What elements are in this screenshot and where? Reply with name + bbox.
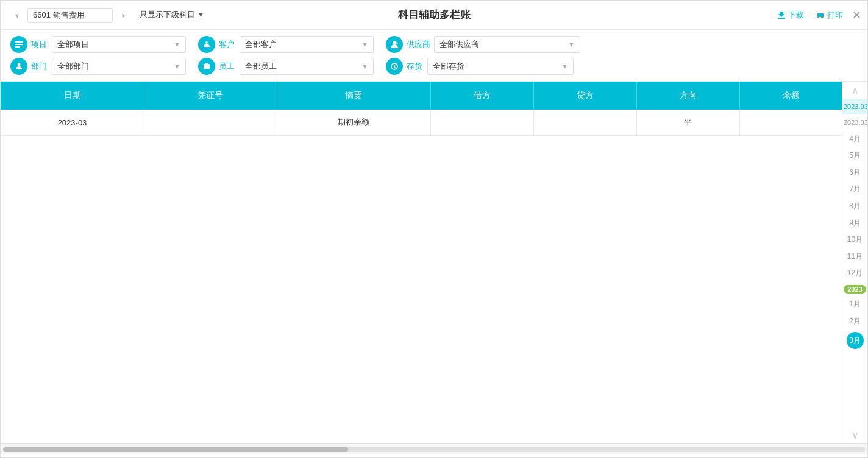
svg-rect-12 xyxy=(205,66,208,67)
project-select-arrow: ▼ xyxy=(174,41,180,48)
cell-summary: 期初余额 xyxy=(277,110,430,136)
show-sub-arrow-icon: ▼ xyxy=(197,11,204,18)
col-voucher: 凭证号 xyxy=(144,82,277,110)
col-balance: 余额 xyxy=(740,82,842,110)
title-bar: ‹ 6601 销售费用 › 只显示下级科目 ▼ 科目辅助多栏账 下载 xyxy=(1,1,867,30)
cell-credit xyxy=(533,110,636,136)
prev-account-button[interactable]: ‹ xyxy=(10,9,24,22)
employee-select[interactable]: 全部员工 ▼ xyxy=(240,58,374,75)
supplier-select-arrow: ▼ xyxy=(568,41,575,48)
filter-project: 项目 全部项目 ▼ xyxy=(10,36,186,53)
side-timeline: ∧ 2023.03 2023.03 4月 5月 6月 7月 8月 9月 10月 … xyxy=(842,82,867,443)
customer-select[interactable]: 全部客户 ▼ xyxy=(240,36,374,53)
download-button[interactable]: 下载 xyxy=(777,10,804,21)
employee-label: 员工 xyxy=(219,61,236,72)
year-badge: 2023 xyxy=(844,285,866,294)
cell-date: 2023-03 xyxy=(1,110,144,136)
timeline-month-5[interactable]: 5月 xyxy=(842,147,867,164)
cell-direction: 平 xyxy=(636,110,739,136)
timeline-scroll-up-button[interactable]: ∧ xyxy=(842,82,867,99)
project-select[interactable]: 全部项目 ▼ xyxy=(52,36,186,53)
timeline-month-2[interactable]: 2月 xyxy=(842,313,867,330)
col-credit: 贷方 xyxy=(533,82,636,110)
nav-area: ‹ 6601 销售费用 › xyxy=(10,8,130,23)
project-icon xyxy=(10,36,27,53)
cell-voucher xyxy=(144,110,277,136)
supplier-select[interactable]: 全部供应商 ▼ xyxy=(434,36,580,53)
content-area: 日期 凭证号 摘要 借方 贷方 方向 余额 2023-03 期初余额 xyxy=(1,82,867,443)
svg-rect-3 xyxy=(819,16,822,16)
svg-rect-5 xyxy=(15,41,23,43)
timeline-scroll-down-button[interactable]: ∨ xyxy=(842,426,867,443)
customer-label: 客户 xyxy=(219,39,236,50)
next-account-button[interactable]: › xyxy=(116,9,130,22)
scrollbar-thumb[interactable] xyxy=(3,447,348,452)
timeline-month-3-active-container[interactable]: 3月 xyxy=(842,329,867,351)
timeline-month-1[interactable]: 1月 xyxy=(842,296,867,313)
supplier-icon xyxy=(386,36,403,53)
inventory-icon xyxy=(386,58,403,75)
show-sub-label: 只显示下级科目 xyxy=(140,9,195,20)
col-debit: 借方 xyxy=(430,82,533,110)
department-icon xyxy=(10,58,27,75)
print-button[interactable]: 打印 xyxy=(816,10,843,21)
main-window: ‹ 6601 销售费用 › 只显示下级科目 ▼ 科目辅助多栏账 下载 xyxy=(0,0,868,458)
project-label: 项目 xyxy=(31,39,48,50)
toolbar-right: 下载 打印 xyxy=(777,10,843,21)
data-table: 日期 凭证号 摘要 借方 贷方 方向 余额 2023-03 期初余额 xyxy=(1,82,842,136)
department-select-arrow: ▼ xyxy=(174,63,180,70)
filter-inventory: 存货 全部存货 ▼ xyxy=(386,58,574,75)
timeline-period-1[interactable]: 2023.03 xyxy=(842,99,867,114)
filter-department: 部门 全部部门 ▼ xyxy=(10,58,186,75)
filter-supplier: 供应商 全部供应商 ▼ xyxy=(386,36,580,53)
timeline-month-7[interactable]: 7月 xyxy=(842,181,867,198)
timeline-month-10[interactable]: 10月 xyxy=(842,231,867,248)
cell-debit xyxy=(430,110,533,136)
cell-balance xyxy=(740,110,842,136)
scrollbar-track xyxy=(3,447,865,452)
filter-row-1: 项目 全部项目 ▼ 客户 全部客户 ▼ xyxy=(10,36,858,53)
timeline-month-12[interactable]: 12月 xyxy=(842,265,867,282)
customer-icon xyxy=(198,36,215,53)
svg-point-10 xyxy=(18,63,21,66)
filter-employee: 员工 全部员工 ▼ xyxy=(198,58,374,75)
svg-rect-4 xyxy=(819,17,821,18)
timeline-month-9[interactable]: 9月 xyxy=(842,215,867,232)
table-row: 2023-03 期初余额 平 xyxy=(1,110,842,136)
page-title: 科目辅助多栏账 xyxy=(398,8,471,22)
timeline-month-6[interactable]: 6月 xyxy=(842,164,867,181)
show-sub-level-toggle[interactable]: 只显示下级科目 ▼ xyxy=(140,9,204,21)
horizontal-scrollbar[interactable] xyxy=(1,443,867,454)
col-direction: 方向 xyxy=(636,82,739,110)
table-area: 日期 凭证号 摘要 借方 贷方 方向 余额 2023-03 期初余额 xyxy=(1,82,842,443)
inventory-select-arrow: ▼ xyxy=(561,63,568,70)
svg-rect-6 xyxy=(15,44,23,45)
inventory-label: 存货 xyxy=(407,61,424,72)
table-header-row: 日期 凭证号 摘要 借方 贷方 方向 余额 xyxy=(1,82,842,110)
svg-rect-7 xyxy=(15,46,20,48)
timeline-month-3-active: 3月 xyxy=(847,332,864,349)
filter-row-2: 部门 全部部门 ▼ 员工 全部员工 ▼ xyxy=(10,58,858,75)
timeline-month-8[interactable]: 8月 xyxy=(842,198,867,215)
department-select[interactable]: 全部部门 ▼ xyxy=(52,58,186,75)
filter-customer: 客户 全部客户 ▼ xyxy=(198,36,374,53)
account-code-display: 6601 销售费用 xyxy=(27,8,113,23)
print-icon xyxy=(816,11,825,19)
inventory-select[interactable]: 全部存货 ▼ xyxy=(427,58,574,75)
employee-icon xyxy=(198,58,215,75)
col-summary: 摘要 xyxy=(277,82,430,110)
close-button[interactable]: ✕ xyxy=(852,9,861,22)
timeline-month-4[interactable]: 4月 xyxy=(842,131,867,148)
svg-rect-1 xyxy=(817,13,824,18)
svg-rect-2 xyxy=(819,12,822,13)
timeline-period-2[interactable]: 2023.03 xyxy=(842,114,867,130)
svg-point-9 xyxy=(396,42,398,44)
svg-rect-0 xyxy=(778,18,785,19)
timeline-month-11[interactable]: 11月 xyxy=(842,248,867,266)
filter-bar: 项目 全部项目 ▼ 客户 全部客户 ▼ xyxy=(1,30,867,82)
employee-select-arrow: ▼ xyxy=(361,63,368,70)
download-icon xyxy=(777,11,786,19)
year-badge-container: 2023 xyxy=(842,282,867,296)
svg-point-8 xyxy=(393,41,396,44)
col-date: 日期 xyxy=(1,82,144,110)
